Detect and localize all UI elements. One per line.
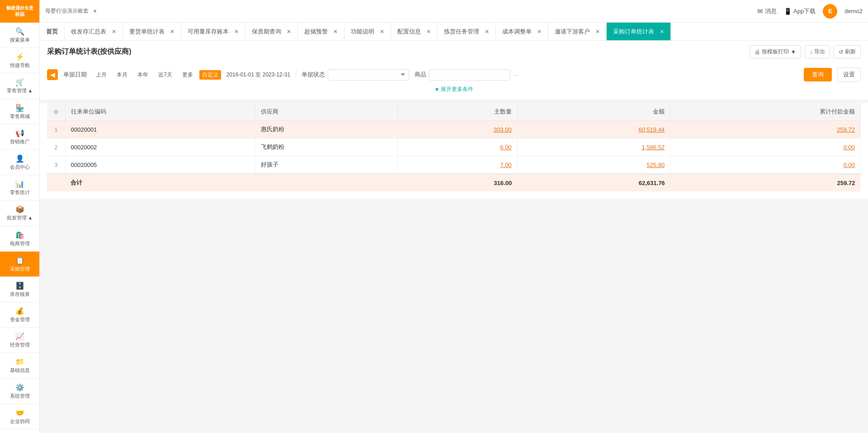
expand-more-btn[interactable]: ▼ 展开更多条件 (434, 86, 474, 93)
tab-label-funcdesc: 功能说明 (351, 28, 374, 36)
sidebar-item-ecommerce[interactable]: 🛍️ 电商管理 (0, 226, 39, 252)
footer-label: 合计 (65, 174, 397, 191)
user-avatar[interactable]: E (823, 4, 837, 19)
footer-amount: 62,631.76 (517, 174, 670, 191)
export-btn[interactable]: ↓ 导出 (805, 45, 830, 58)
sidebar-item-basic[interactable]: 📁 基础信息 (0, 353, 39, 378)
sidebar-item-quicknav[interactable]: ⚡ 快捷导航 (0, 48, 39, 73)
breadcrumb-arrow-icon: ▼ (92, 8, 98, 14)
sidebar-item-wholesale[interactable]: 📦 批发管理 ▲ (0, 200, 39, 226)
basic-icon: 📁 (15, 357, 24, 366)
shortcut-last-month[interactable]: 上月 (92, 70, 110, 80)
tab-close-config[interactable]: ✕ (426, 29, 431, 35)
sidebar-item-inventory[interactable]: 🗄️ 库存核算 (0, 277, 39, 302)
goods-filter-label: 商品 (415, 71, 426, 79)
gear-icon[interactable]: ⚙ (53, 109, 59, 115)
tab-label-expiry: 保质期查询 (252, 28, 281, 36)
tab-close-costadjust[interactable]: ✕ (537, 29, 542, 35)
goods-filter-input[interactable] (429, 69, 510, 81)
tab-expiry[interactable]: 保质期查询✕ (245, 23, 298, 41)
tab-close-funcdesc[interactable]: ✕ (380, 29, 384, 35)
tab-close-reqqty[interactable]: ✕ (170, 29, 175, 35)
sidebar-item-search[interactable]: 🔍 搜索菜单 (0, 23, 39, 48)
date-range-display: 2016-01-01 至 2023-12-31 (226, 71, 290, 79)
sidebar-item-member[interactable]: 👤 会员中心 (0, 150, 39, 175)
tab-close-availstock[interactable]: ✕ (234, 29, 239, 35)
tab-picktask[interactable]: 拣货任务管理✕ (438, 23, 496, 41)
tab-purchasestat[interactable]: 采购订单统计表✕ (607, 23, 671, 41)
print-dropdown-icon: ▼ (791, 49, 796, 55)
shortcut-7days[interactable]: 近7天 (155, 70, 176, 80)
row-code: 00020005 (65, 156, 255, 174)
tab-close-picktask[interactable]: ✕ (485, 29, 489, 35)
sidebar-item-system[interactable]: ⚙️ 系统管理 (0, 379, 39, 404)
tab-close-invitedown[interactable]: ✕ (595, 29, 600, 35)
table-row: 2 00020002 飞鹤奶粉 6.00 1,586.52 0.00 (47, 138, 861, 156)
tab-shfsummary[interactable]: 收发存汇总表✕ (65, 23, 123, 41)
tab-reqqty[interactable]: 要货单统计表✕ (123, 23, 181, 41)
shortcut-more[interactable]: 更多 (179, 70, 197, 80)
print-label: 按模板打印 (762, 48, 789, 56)
sidebar-item-purchase[interactable]: 📋 采购管理 (0, 252, 39, 277)
tab-label-overstock: 超储预警 (304, 28, 328, 36)
status-select[interactable] (328, 69, 409, 81)
row-paid[interactable]: 259.72 (670, 121, 861, 138)
refresh-btn[interactable]: ↺ 刷新 (834, 45, 861, 58)
sidebar-item-newguide[interactable]: 🎯 新手引导 (0, 429, 39, 433)
retailmall-icon: 🏪 (15, 104, 24, 112)
row-paid[interactable]: 0.00 (670, 156, 861, 174)
date-range-text: 2016-01-01 至 2023-12-31 (226, 71, 290, 79)
tab-close-shfsummary[interactable]: ✕ (112, 29, 116, 35)
filter-row-1: ◀ 单据日期 上月 本月 本年 近7天 更多 自定义 2016-01-01 至 … (47, 67, 861, 82)
goods-filter-field: 商品 ··· (415, 69, 518, 81)
tab-availstock[interactable]: 可用量库存账本✕ (181, 23, 245, 41)
user-initial: E (828, 8, 832, 14)
shortcut-this-month[interactable]: 本月 (113, 70, 131, 80)
tab-overstock[interactable]: 超储预警✕ (298, 23, 344, 41)
sidebar-item-enterprise[interactable]: 🤝 企业协同 (0, 404, 39, 429)
retailmall-label: 零售商城 (10, 114, 30, 119)
retail-label: 零售管理 ▲ (7, 88, 33, 94)
row-qty[interactable]: 303.00 (397, 121, 517, 138)
sidebar-item-operations[interactable]: 📈 经营管理 (0, 328, 39, 353)
row-amount[interactable]: 60,519.44 (517, 121, 670, 138)
tab-close-overstock[interactable]: ✕ (333, 29, 338, 35)
retailstat-icon: 📊 (15, 180, 24, 188)
data-table: ⚙ 往来单位编码 供应商 主数量 金额 累计付款金额 1 00020001 惠氏… (47, 103, 861, 191)
shortcut-this-year[interactable]: 本年 (134, 70, 152, 80)
message-btn[interactable]: ✉ 消息 (757, 7, 777, 15)
tab-close-purchasestat[interactable]: ✕ (660, 29, 664, 35)
table-row: 1 00020001 惠氏奶粉 303.00 60,519.44 259.72 (47, 121, 861, 138)
ecommerce-icon: 🛍️ (15, 231, 24, 239)
tab-costadjust[interactable]: 成本调整单✕ (496, 23, 548, 41)
sidebar: 畅捷通好生意 标版 🔍 搜索菜单 ⚡ 快捷导航 🛒 零售管理 ▲ 🏪 零售商城 … (0, 0, 40, 433)
row-supplier: 好孩子 (255, 156, 398, 174)
footer-qty: 316.00 (397, 174, 517, 191)
goods-more-icon[interactable]: ··· (513, 71, 518, 78)
table-row: 3 00020005 好孩子 7.00 525.80 0.00 (47, 156, 861, 174)
tab-close-expiry[interactable]: ✕ (287, 29, 291, 35)
sidebar-item-retailmall[interactable]: 🏪 零售商城 (0, 99, 39, 124)
filter-toggle-btn[interactable]: ◀ (47, 69, 58, 80)
query-btn[interactable]: 查询 (804, 68, 832, 81)
row-qty[interactable]: 7.00 (397, 156, 517, 174)
page-title: 采购订单统计表(按供应商) (47, 47, 132, 57)
row-qty[interactable]: 6.00 (397, 138, 517, 156)
sidebar-item-retailstat[interactable]: 📊 零售统计 (0, 175, 39, 200)
custom-date-tag[interactable]: 自定义 (199, 70, 221, 80)
sidebar-item-retail[interactable]: 🛒 零售管理 ▲ (0, 73, 39, 99)
row-amount[interactable]: 1,586.52 (517, 138, 670, 156)
tab-invitedown[interactable]: 邀请下游客户✕ (548, 23, 607, 41)
print-btn[interactable]: 🖨 按模板打印 ▼ (750, 45, 801, 58)
col-code-header: 往来单位编码 (65, 103, 255, 121)
row-paid[interactable]: 0.00 (670, 138, 861, 156)
app-download-btn[interactable]: 📱 App下载 (784, 7, 816, 15)
tab-home[interactable]: 首页 (40, 23, 65, 41)
status-filter-label: 单据状态 (302, 71, 325, 79)
tab-config[interactable]: 配置信息✕ (391, 23, 438, 41)
row-amount[interactable]: 525.80 (517, 156, 670, 174)
settings-btn[interactable]: 设置 (837, 67, 861, 82)
sidebar-item-marketing[interactable]: 📢 营销推广 (0, 124, 39, 150)
tab-funcdesc[interactable]: 功能说明✕ (344, 23, 391, 41)
sidebar-item-finance[interactable]: 💰 资金管理 (0, 302, 39, 328)
